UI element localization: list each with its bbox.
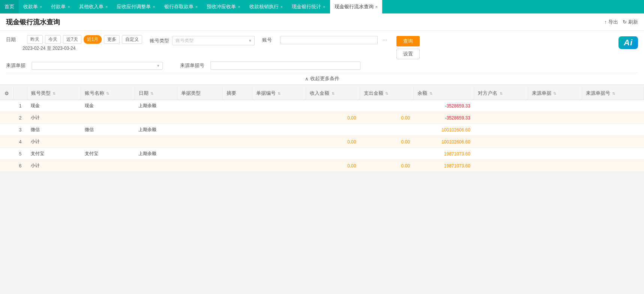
close-cash-bank-flow-icon[interactable]: × [375,4,378,9]
query-button[interactable]: 查询 [396,36,420,46]
table-row: 1 现金 现金 上期余额 -3528659.33 [0,100,644,112]
cell-account-type: 小计 [27,136,81,148]
sort-account-name-icon: ⇅ [106,91,109,96]
date-btn-more[interactable]: 更多 [104,35,120,44]
col-counterparty[interactable]: 对方户名 ⇅ [474,87,528,100]
cell-balance: -3528659.33 [414,100,474,112]
collapse-up-icon: ∧ [305,76,309,82]
cell-income [306,124,360,136]
close-bank-deposit-icon[interactable]: × [195,4,198,9]
col-account-type[interactable]: 账号类型 ⇅ [27,87,81,100]
export-icon: ↑ [605,19,607,25]
close-receipt-verify-icon[interactable]: × [281,4,283,9]
source-doc-no-input[interactable] [210,61,360,70]
cell-source-doc [528,148,582,160]
account-label: 账号 [262,37,277,43]
nav-advance-offset[interactable]: 预收冲应收单 × [202,0,245,13]
cell-account-type: 微信 [27,124,81,136]
source-doc-chevron-icon: ▾ [157,63,159,68]
cell-gear [0,124,14,136]
account-type-select[interactable]: 账号类型 ▾ [172,36,255,45]
nav-bank-deposit[interactable]: 银行存取款单 × [160,0,202,13]
source-doc-select[interactable]: ▾ [32,62,163,70]
cell-balance: 100102606.60 [414,136,474,148]
close-receipt-icon[interactable]: × [40,4,42,9]
date-btn-7days[interactable]: 近7天 [63,35,81,44]
cell-date [135,160,177,172]
settings-button[interactable]: 设置 [396,49,420,59]
col-account-name[interactable]: 账号名称 ⇅ [81,87,135,100]
col-idx [14,87,27,100]
gear-icon: ⚙ [5,91,9,96]
cell-doc-no [252,160,306,172]
nav-receipt-verify[interactable]: 收款核销执行 × [245,0,287,13]
collapse-bar[interactable]: ∧ 收起更多条件 [6,73,638,84]
cell-expense [360,148,414,160]
cell-idx: 5 [14,148,27,160]
close-other-income-icon[interactable]: × [105,4,108,9]
col-summary: 摘要 [223,87,252,100]
sort-expense-icon: ⇅ [385,91,388,96]
cell-account-name [81,136,135,148]
source-doc-no-label: 来源单据号 [180,62,204,69]
nav-cash-bank-stats[interactable]: 现金银行统计 × [287,0,330,13]
account-input[interactable] [280,36,378,44]
cell-counterparty [474,136,528,148]
cell-expense: 0.00 [360,136,414,148]
close-advance-offset-icon[interactable]: × [238,4,240,9]
date-btn-yesterday[interactable]: 昨天 [27,35,43,44]
cell-date [135,112,177,124]
nav-adjustment[interactable]: 应收应付调整单 × [112,0,159,13]
account-type-select-text: 账号类型 [176,37,249,44]
cell-source-doc-no [582,136,644,148]
cell-income: 0.00 [306,136,360,148]
nav-cash-bank-flow[interactable]: 现金银行流水查询 × [330,0,382,13]
data-table: ⚙ 账号类型 ⇅ 账号名称 ⇅ 日期 ⇅ 单据类型 [0,87,644,172]
col-balance[interactable]: 余额 ⇅ [414,87,474,100]
page-title: 现金银行流水查询 [6,18,60,27]
sort-counterparty-icon: ⇅ [500,91,503,96]
close-payment-icon[interactable]: × [68,4,70,9]
nav-payment[interactable]: 付款单 × [47,0,74,13]
nav-home[interactable]: 首页 [0,0,19,13]
sort-date-icon: ⇅ [150,91,153,96]
nav-receipt[interactable]: 收款单 × [19,0,47,13]
export-button[interactable]: ↑ 导出 [605,19,618,25]
cell-account-type: 现金 [27,100,81,112]
close-adjustment-icon[interactable]: × [153,4,155,9]
cell-income: 0.00 [306,160,360,172]
ai-badge[interactable]: Ai [618,36,638,49]
cell-gear [0,136,14,148]
nav-other-income[interactable]: 其他收入单 × [75,0,112,13]
cell-doc-no [252,148,306,160]
cell-source-doc-no [582,100,644,112]
col-source-doc[interactable]: 来源单据 ⇅ [528,87,582,100]
table-header-row: ⚙ 账号类型 ⇅ 账号名称 ⇅ 日期 ⇅ 单据类型 [0,87,644,100]
close-cash-bank-stats-icon[interactable]: × [323,4,325,9]
cell-summary [223,124,252,136]
col-doc-no[interactable]: 单据编号 ⇅ [252,87,306,100]
col-gear[interactable]: ⚙ [0,87,14,100]
cell-source-doc [528,100,582,112]
date-btn-1month[interactable]: 近1月 [84,35,102,44]
col-income[interactable]: 收入金额 ⇅ [306,87,360,100]
cell-balance: -3528659.33 [414,112,474,124]
col-date[interactable]: 日期 ⇅ [135,87,177,100]
date-btn-custom[interactable]: 自定义 [122,35,142,44]
cell-expense [360,100,414,112]
cell-balance: 19871073.60 [414,160,474,172]
account-more-icon[interactable]: ··· [381,37,389,43]
cell-doc-no [252,136,306,148]
date-btn-today[interactable]: 今天 [45,35,61,44]
refresh-button[interactable]: ↻ 刷新 [623,19,638,25]
table-row: 3 微信 微信 上期余额 100102606.60 [0,124,644,136]
col-expense[interactable]: 支出金额 ⇅ [360,87,414,100]
col-source-doc-no[interactable]: 来源单据号 ⇅ [582,87,644,100]
top-nav: 首页 收款单 × 付款单 × 其他收入单 × 应收应付调整单 × 银行存取款单 … [0,0,644,13]
cell-account-name: 现金 [81,100,135,112]
cell-counterparty [474,148,528,160]
cell-doc-type [177,136,222,148]
sort-doc-no-icon: ⇅ [278,91,281,96]
filter-area: 日期 昨天 今天 近7天 近1月 更多 自定义 2023-02-24 至 202… [0,31,644,85]
sort-source-doc-icon: ⇅ [553,91,556,96]
